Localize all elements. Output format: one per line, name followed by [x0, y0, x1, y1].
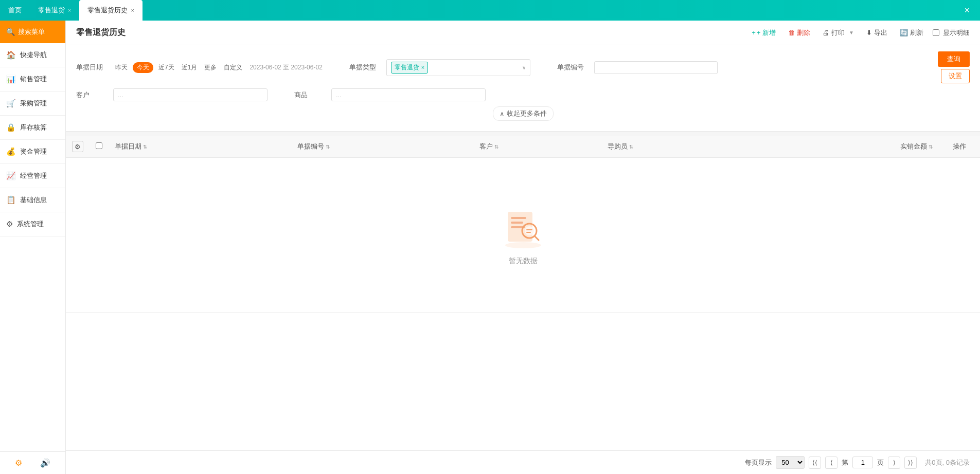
refresh-button[interactable]: 🔄 刷新 [897, 26, 926, 40]
new-button[interactable]: + + 新增 [749, 26, 779, 40]
data-table: ⚙ 单据日期 ⇅ 单据编号 [66, 136, 980, 313]
sidebar-item-system[interactable]: ⚙ 系统管理 [0, 212, 65, 236]
date-range-display: 2023-06-02 至 2023-06-02 [250, 63, 322, 72]
page-label: 第 [842, 458, 848, 467]
table-settings-icon[interactable]: ⚙ [72, 141, 83, 152]
new-icon: + [752, 29, 756, 37]
tab-retail-return[interactable]: 零售退货 × [30, 0, 79, 21]
goods-select[interactable]: ... [331, 88, 486, 101]
pagination-bar: 每页显示 20 50 100 ⟨⟨ ⟨ 第 页 ⟩ ⟩⟩ 共0页, 0条记录 [66, 450, 980, 474]
filter-row-1: 单据日期 昨天 今天 近7天 近1月 更多 自定义 2023-06-02 至 2… [76, 51, 970, 83]
date-filter-group: 昨天 今天 近7天 近1月 更多 自定义 2023-06-02 至 2023-0… [113, 62, 323, 73]
doc-type-dropdown-icon: ∨ [522, 65, 526, 70]
collapse-icon: ∧ [500, 110, 505, 118]
setting-button[interactable]: 设置 [941, 69, 970, 83]
operation-icon: 📈 [6, 171, 16, 180]
svg-point-0 [505, 242, 541, 248]
volume-icon[interactable]: 🔊 [40, 458, 50, 468]
goods-placeholder: ... [336, 91, 342, 99]
sort-amount-icon: ⇅ [929, 144, 933, 150]
svg-line-7 [534, 236, 539, 240]
th-amount[interactable]: 实销金额 ⇅ [756, 136, 939, 158]
basic-info-icon: 📋 [6, 195, 16, 205]
filter-row-2: 客户 ... 商品 ... [76, 88, 970, 101]
page-header: 零售退货历史 + + 新增 🗑 删除 🖨 打印 ▼ ⬇ 导出 [66, 21, 980, 45]
date-btn-7days[interactable]: 近7天 [156, 62, 176, 73]
page-number-input[interactable] [852, 457, 873, 468]
collapse-button[interactable]: ∧ 收起更多条件 [493, 106, 554, 121]
doc-no-label: 单据编号 [557, 63, 588, 72]
th-doc-date[interactable]: 单据日期 ⇅ [109, 136, 291, 158]
window-close-button[interactable]: × [960, 3, 974, 18]
th-doc-no[interactable]: 单据编号 ⇅ [291, 136, 474, 158]
close-tab-retail-return-history[interactable]: × [131, 7, 134, 13]
date-btn-today[interactable]: 今天 [133, 62, 153, 73]
close-tab-retail-return[interactable]: × [68, 7, 71, 13]
sidebar-item-quick-nav[interactable]: 🏠 快捷导航 [0, 43, 65, 67]
customer-placeholder: ... [118, 91, 123, 99]
top-bar: 首页 零售退货 × 零售退货历史 × × [0, 0, 980, 21]
sales-icon: 📊 [6, 75, 16, 84]
empty-state: 暂无数据 [72, 163, 974, 307]
date-btn-yesterday[interactable]: 昨天 [113, 62, 130, 73]
inventory-icon: 🔒 [6, 123, 16, 132]
sidebar-item-basic-info[interactable]: 📋 基础信息 [0, 188, 65, 212]
date-btn-more[interactable]: 更多 [202, 62, 219, 73]
show-detail-checkbox[interactable] [933, 29, 939, 36]
total-label: 共0页, 0条记录 [925, 458, 970, 467]
doc-type-select[interactable]: 零售退货 × ∨ [386, 59, 530, 76]
export-icon: ⬇ [866, 29, 872, 37]
th-guide[interactable]: 导购员 ⇅ [601, 136, 757, 158]
sort-doc-date-icon: ⇅ [143, 144, 147, 150]
doc-no-input[interactable] [594, 61, 718, 74]
refresh-icon: 🔄 [900, 29, 908, 37]
content-area: 零售退货历史 + + 新增 🗑 删除 🖨 打印 ▼ ⬇ 导出 [66, 21, 980, 474]
sidebar-item-inventory[interactable]: 🔒 库存核算 [0, 116, 65, 140]
page-unit: 页 [877, 458, 884, 467]
goods-label: 商品 [294, 90, 325, 100]
export-button[interactable]: ⬇ 导出 [863, 26, 890, 40]
sidebar-item-operation[interactable]: 📈 经营管理 [0, 164, 65, 188]
system-icon: ⚙ [6, 220, 13, 229]
date-btn-1month[interactable]: 近1月 [180, 62, 200, 73]
date-btn-custom[interactable]: 自定义 [222, 62, 244, 73]
th-settings: ⚙ [66, 136, 90, 158]
print-button[interactable]: 🖨 打印 ▼ [819, 26, 857, 40]
tab-home[interactable]: 首页 [0, 0, 30, 21]
query-button[interactable]: 查询 [938, 51, 970, 67]
filter-area: 单据日期 昨天 今天 近7天 近1月 更多 自定义 2023-06-02 至 2… [66, 45, 980, 132]
table-area: ⚙ 单据日期 ⇅ 单据编号 [66, 136, 980, 450]
finance-icon: 💰 [6, 147, 16, 156]
per-page-label: 每页显示 [745, 458, 772, 467]
purchase-icon: 🛒 [6, 99, 16, 108]
delete-icon: 🗑 [788, 29, 795, 37]
sort-guide-icon: ⇅ [629, 144, 633, 150]
empty-state-icon [497, 204, 549, 250]
tab-retail-return-history[interactable]: 零售退货历史 × [79, 0, 142, 21]
first-page-button[interactable]: ⟨⟨ [809, 457, 821, 469]
per-page-select[interactable]: 20 50 100 [776, 456, 805, 469]
sidebar: 🔍 搜索菜单 🏠 快捷导航 📊 销售管理 🛒 采购管理 🔒 库存核算 💰 [0, 21, 66, 474]
prev-page-button[interactable]: ⟨ [825, 457, 838, 469]
page-title: 零售退货历史 [76, 27, 126, 38]
search-icon: 🔍 [6, 28, 15, 36]
customer-select[interactable]: ... [113, 88, 268, 101]
sidebar-search[interactable]: 🔍 搜索菜单 [0, 21, 65, 43]
sidebar-item-finance[interactable]: 💰 资金管理 [0, 140, 65, 164]
sidebar-item-sales[interactable]: 📊 销售管理 [0, 67, 65, 92]
doc-type-tag-remove[interactable]: × [421, 64, 424, 70]
svg-rect-2 [511, 217, 526, 219]
delete-button[interactable]: 🗑 删除 [785, 26, 813, 40]
print-dropdown-icon: ▼ [849, 30, 854, 35]
settings-bottom-icon[interactable]: ⚙ [15, 458, 22, 468]
select-all-checkbox[interactable] [96, 142, 102, 149]
empty-state-row: 暂无数据 [66, 158, 980, 313]
sort-customer-icon: ⇅ [494, 144, 498, 150]
sort-doc-no-icon: ⇅ [326, 144, 330, 150]
svg-point-6 [525, 226, 534, 235]
sidebar-item-purchase[interactable]: 🛒 采购管理 [0, 92, 65, 116]
next-page-button[interactable]: ⟩ [888, 457, 900, 469]
th-customer[interactable]: 客户 ⇅ [473, 136, 601, 158]
home-icon: 🏠 [6, 50, 16, 60]
last-page-button[interactable]: ⟩⟩ [904, 457, 917, 469]
